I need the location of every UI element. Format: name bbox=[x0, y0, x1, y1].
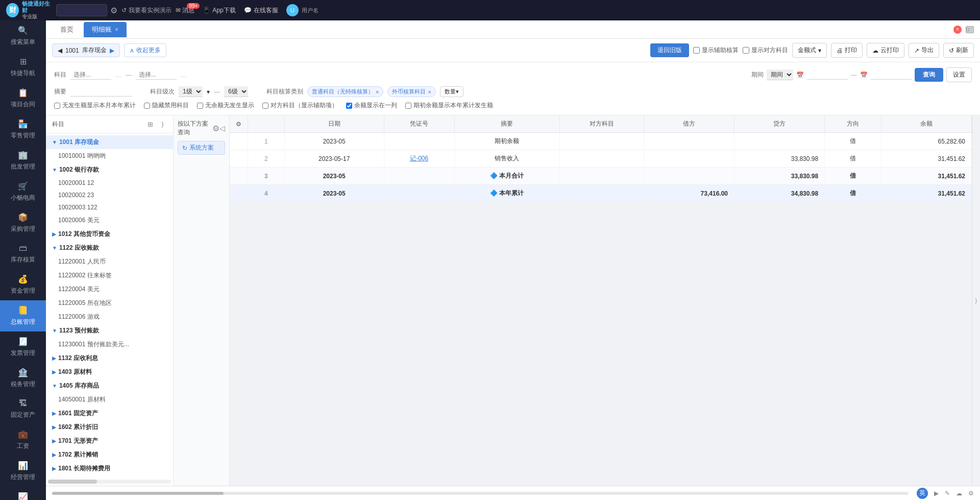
tree-item-11220002[interactable]: 11220002 往来标签 bbox=[46, 269, 173, 282]
tree-item-11220001[interactable]: 11220001 人民币 bbox=[46, 255, 173, 269]
sidebar-item-quick-nav[interactable]: ⊞ 快捷导航 bbox=[0, 52, 46, 83]
sidebar-item-ecommerce[interactable]: 🛒 小畅电商 bbox=[0, 176, 46, 207]
status-play-icon[interactable]: ▶ bbox=[934, 490, 939, 497]
sidebar-item-retail[interactable]: 🏪 零售管理 bbox=[0, 114, 46, 145]
window-max-button[interactable]: □ bbox=[966, 26, 974, 33]
sidebar-item-assets[interactable]: 🏗 固定资产 bbox=[0, 394, 46, 424]
tree-item-10020003[interactable]: 10020003 122 bbox=[46, 201, 173, 213]
tree-item-11220005[interactable]: 11220005 所在地区 bbox=[46, 296, 173, 310]
sidebar-item-invoice[interactable]: 🧾 发票管理 bbox=[0, 331, 46, 363]
top-search-input[interactable] bbox=[56, 4, 107, 16]
tree-item-1601[interactable]: ▶1601 固定资产 bbox=[46, 407, 173, 420]
right-collapse-panel[interactable]: ⟩ bbox=[972, 115, 980, 486]
subject-input-2[interactable] bbox=[136, 70, 177, 80]
col-balance[interactable]: 余额 bbox=[881, 115, 971, 133]
subject-input-1[interactable] bbox=[70, 70, 111, 80]
status-cloud-icon[interactable]: ☁ bbox=[956, 490, 962, 497]
level-start-select[interactable]: 1级 bbox=[179, 86, 203, 97]
window-close-button[interactable]: × bbox=[953, 26, 962, 34]
tree-item-10020002[interactable]: 10020002 23 bbox=[46, 189, 173, 201]
period-type-select[interactable]: 期间 bbox=[767, 69, 793, 80]
tree-body[interactable]: ▼ 1001 库存现金 10010001 哟哟哟 ▼ 1002 银行存款 100… bbox=[46, 133, 173, 478]
sidebar-item-operations[interactable]: 📊 经营管理 bbox=[0, 456, 46, 487]
status-edit-icon[interactable]: ✎ bbox=[945, 490, 950, 497]
sidebar-item-search[interactable]: 🔍 搜索菜单 bbox=[0, 20, 46, 52]
tree-item-10010001[interactable]: 10010001 哟哟哟 bbox=[46, 149, 173, 163]
tree-item-1132[interactable]: ▶1132 应收利息 bbox=[46, 351, 173, 365]
tree-item-1801[interactable]: ▶1801 长期待摊费用 bbox=[46, 462, 173, 475]
expand-more-button[interactable]: ∧ 收起更多 bbox=[124, 43, 166, 57]
col-credit[interactable]: 贷方 bbox=[734, 115, 825, 133]
cloud-print-button[interactable]: ☁ 云打印 bbox=[867, 43, 904, 58]
tree-item-1012[interactable]: ▶ 1012 其他货币资金 bbox=[46, 227, 173, 241]
query-scheme-button[interactable]: ↻ 系统方案 bbox=[178, 141, 225, 155]
cb-no-balance[interactable]: 无余额无发生显示 bbox=[197, 101, 254, 110]
cb-counterpart-show[interactable]: 对方科目（显示辅助项） bbox=[262, 101, 338, 110]
demo-link[interactable]: ↺ 我要看实例演示 bbox=[121, 6, 172, 15]
tree-item-11220004[interactable]: 11220004 美元 bbox=[46, 282, 173, 296]
amount-style-button[interactable]: 金额式 ▾ bbox=[792, 43, 827, 58]
tree-ctrl-grid[interactable]: ⊞ bbox=[145, 120, 155, 129]
show-auxiliary-checkbox[interactable]: 显示辅助核算 bbox=[693, 46, 739, 55]
tree-item-11220006[interactable]: 11220006 游戏 bbox=[46, 310, 173, 324]
tree-item-1001[interactable]: ▼ 1001 库存现金 bbox=[46, 135, 173, 149]
foreign-tag-remove[interactable]: × bbox=[428, 89, 431, 95]
return-old-version-button[interactable]: 退回旧版 bbox=[650, 43, 689, 57]
sidebar-item-payroll[interactable]: 💼 工资 bbox=[0, 424, 46, 456]
settings-icon[interactable]: ⚙ bbox=[110, 6, 117, 15]
h-scrollbar[interactable] bbox=[52, 492, 909, 495]
tree-item-2202[interactable]: ▶2202 应付账款 bbox=[46, 475, 173, 478]
refresh-button[interactable]: ↺ 刷新 bbox=[943, 43, 974, 58]
col-direction[interactable]: 方向 bbox=[825, 115, 881, 133]
cb-no-occurrence[interactable]: 无发生额显示本月本年累计 bbox=[54, 101, 136, 110]
status-lang[interactable]: 英 bbox=[917, 488, 928, 499]
tree-ctrl-expand[interactable]: ⟩ bbox=[158, 120, 167, 129]
foreign-tag[interactable]: 外币核算科目 × bbox=[387, 86, 435, 97]
account-arrow-right[interactable]: ▶ bbox=[110, 47, 114, 54]
query-settings-icon[interactable]: ⚙ bbox=[212, 124, 219, 133]
sidebar-item-tax[interactable]: 🏦 税务管理 bbox=[0, 363, 46, 394]
export-button[interactable]: ↗ 导出 bbox=[909, 43, 939, 58]
cb-period-begin-cum[interactable]: 期初余额显示本年累计发生额 bbox=[405, 101, 493, 110]
tree-item-1701[interactable]: ▶1701 无形资产 bbox=[46, 434, 173, 448]
voucher-link[interactable]: 记-006 bbox=[410, 155, 428, 162]
query-collapse-icon[interactable]: ◁ bbox=[219, 124, 225, 132]
sidebar-item-sales-report[interactable]: 📈 小畅报销 bbox=[0, 487, 46, 500]
user-area[interactable]: U 用户名 bbox=[286, 4, 318, 16]
summary-input[interactable] bbox=[70, 87, 132, 97]
tab-ledger[interactable]: 明细账 × bbox=[84, 22, 127, 37]
tree-item-1405[interactable]: ▼ 1405 库存商品 bbox=[46, 379, 173, 393]
account-selector[interactable]: ◀ 1001 库存现金 ▶ bbox=[52, 43, 120, 57]
tree-item-1002[interactable]: ▼ 1002 银行存款 bbox=[46, 163, 173, 177]
col-voucher[interactable]: 凭证号 bbox=[384, 115, 454, 133]
tree-item-11230001[interactable]: 11230001 预付账款美元... bbox=[46, 338, 173, 351]
sidebar-item-wholesale[interactable]: 🏢 批发管理 bbox=[0, 145, 46, 176]
message-button[interactable]: ✉ 消息 99+ bbox=[176, 6, 194, 15]
cb-balance-one-col[interactable]: 余额显示在一列 bbox=[346, 101, 397, 110]
status-gear-icon[interactable]: ⚙ bbox=[968, 490, 974, 497]
ordinary-tag-remove[interactable]: × bbox=[376, 89, 379, 95]
col-counterpart[interactable]: 对方科目 bbox=[559, 115, 644, 133]
col-settings[interactable]: ⚙ bbox=[230, 115, 248, 133]
tree-item-14050001[interactable]: 14050001 原材料 bbox=[46, 393, 173, 407]
sidebar-item-inventory[interactable]: 🗃 库存核算 bbox=[0, 239, 46, 269]
tree-item-1702[interactable]: ▶1702 累计摊销 bbox=[46, 448, 173, 462]
quantity-dropdown[interactable]: 数量▾ bbox=[440, 86, 463, 97]
cb-hide-disabled[interactable]: 隐藏禁用科目 bbox=[144, 101, 189, 110]
sidebar-item-funds[interactable]: 💰 资金管理 bbox=[0, 269, 46, 300]
tree-item-1403[interactable]: ▶1403 原材料 bbox=[46, 365, 173, 379]
print-button[interactable]: 🖨 打印 bbox=[831, 43, 863, 58]
col-date[interactable]: 日期 bbox=[284, 115, 384, 133]
tree-item-10020006[interactable]: 10020006 美元 bbox=[46, 213, 173, 227]
period-end-input[interactable]: 2023-05 bbox=[871, 70, 912, 80]
tree-scrollbar[interactable] bbox=[48, 480, 171, 484]
sidebar-item-ledger[interactable]: 📒 总账管理 bbox=[0, 300, 46, 331]
period-start-input[interactable]: 2023-05 bbox=[807, 70, 848, 80]
col-debit[interactable]: 借方 bbox=[644, 115, 734, 133]
show-counterpart-checkbox[interactable]: 显示对方科目 bbox=[743, 46, 788, 55]
tab-home[interactable]: 首页 bbox=[52, 22, 82, 37]
tab-close-icon[interactable]: × bbox=[115, 26, 118, 33]
query-button[interactable]: 查询 bbox=[915, 68, 943, 82]
ordinary-tag[interactable]: 普通科目（无特殊核算） × bbox=[307, 86, 383, 97]
settings-button[interactable]: 设置 bbox=[946, 67, 972, 82]
